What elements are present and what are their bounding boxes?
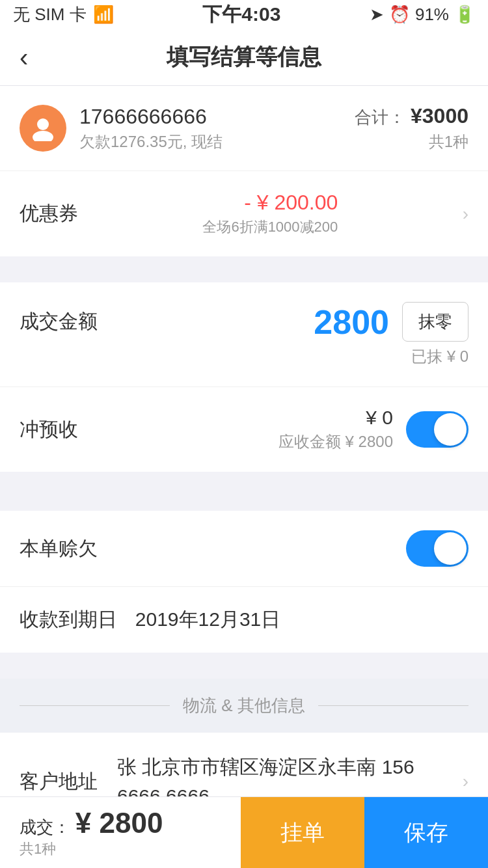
section-divider-1 (0, 269, 488, 282)
bad-debt-toggle[interactable] (406, 530, 468, 567)
coupon-chevron-icon: › (463, 204, 468, 224)
bad-debt-toggle-knob (434, 532, 467, 565)
amount-value: 2800 (314, 303, 389, 342)
amount-section: 成交金额 2800 抹零 已抹 ¥ 0 (0, 282, 488, 387)
battery-icon: 🔋 (454, 5, 475, 25)
due-date-value: 2019年12月31日 (135, 608, 280, 630)
avatar (20, 105, 66, 152)
customer-info-row: 17666666666 欠款1276.35元, 现结 合计： ¥3000 共1种 (0, 86, 488, 170)
status-time: 下午4:03 (202, 1, 280, 28)
coupon-right: - ¥ 200.00 全场6折满1000减200 (202, 191, 338, 237)
customer-right: 合计： ¥3000 共1种 (355, 104, 468, 152)
logistics-line-right (318, 705, 468, 706)
address-label: 客户地址 (20, 768, 98, 795)
battery-text: 91% (415, 5, 449, 25)
precharge-label: 冲预收 (20, 416, 78, 443)
back-button[interactable]: ‹ (20, 44, 28, 70)
sim-status: 无 SIM 卡 (13, 3, 87, 26)
bottom-summary-amount: ¥ 2800 (75, 807, 163, 839)
hold-button[interactable]: 挂单 (241, 797, 364, 869)
customer-left: 17666666666 欠款1276.35元, 现结 (20, 105, 223, 152)
coupon-discount: - ¥ 200.00 (202, 191, 338, 215)
page-title: 填写结算等信息 (167, 42, 321, 72)
round-button[interactable]: 抹零 (402, 302, 468, 342)
total-amount: ¥3000 (411, 104, 468, 128)
customer-phone: 17666666666 (79, 105, 223, 129)
nav-bar: ‹ 填写结算等信息 (0, 29, 488, 86)
address-chevron-icon: › (463, 771, 468, 792)
precharge-section: 冲预收 ¥ 0 应收金额 ¥ 2800 (0, 387, 488, 472)
precharge-row: 冲预收 ¥ 0 应收金额 ¥ 2800 (20, 407, 468, 452)
amount-right: 2800 抹零 (314, 302, 468, 342)
bad-debt-label: 本单赊欠 (20, 536, 98, 562)
coupon-label: 优惠券 (20, 200, 78, 227)
precharge-subtext: 应收金额 ¥ 2800 (278, 431, 393, 452)
bottom-summary: 成交： ¥ 2800 共1种 (0, 807, 241, 859)
status-right: ➤ ⏰ 91% 🔋 (370, 5, 475, 25)
bottom-bar: 成交： ¥ 2800 共1种 挂单 保存 (0, 796, 488, 868)
alarm-icon: ⏰ (389, 5, 410, 25)
logistics-header: 物流 & 其他信息 (0, 679, 488, 733)
customer-details: 17666666666 欠款1276.35元, 现结 (79, 105, 223, 152)
svg-point-1 (33, 131, 53, 141)
logistics-title: 物流 & 其他信息 (183, 694, 305, 717)
precharge-amount: ¥ 0 (278, 407, 393, 429)
section-divider-3 (0, 666, 488, 679)
svg-point-0 (37, 118, 49, 130)
toggle-knob (434, 413, 467, 446)
bottom-summary-line: 成交： ¥ 2800 (20, 807, 221, 839)
coupon-subtext: 全场6折满1000减200 (202, 217, 338, 237)
coupon-row[interactable]: 优惠券 - ¥ 200.00 全场6折满1000减200 › (0, 170, 488, 256)
section-divider-2 (0, 485, 488, 498)
location-icon: ➤ (370, 5, 384, 25)
save-button[interactable]: 保存 (364, 797, 488, 869)
amount-row: 成交金额 2800 抹零 (20, 302, 468, 342)
due-date-label: 收款到期日 (20, 608, 117, 630)
bad-debt-section: 本单赊欠 (0, 511, 488, 586)
status-left: 无 SIM 卡 📶 (13, 3, 114, 26)
total-label-line: 合计： ¥3000 (355, 104, 468, 129)
logistics-line-left (20, 705, 170, 706)
customer-subtext: 欠款1276.35元, 现结 (79, 131, 223, 152)
bottom-summary-count: 共1种 (20, 839, 221, 859)
total-count: 共1种 (355, 131, 468, 152)
precharge-right: ¥ 0 应收金额 ¥ 2800 (278, 407, 393, 452)
due-date-section: 收款到期日 2019年12月31日 (0, 586, 488, 653)
status-bar: 无 SIM 卡 📶 下午4:03 ➤ ⏰ 91% 🔋 (0, 0, 488, 29)
bottom-summary-label: 成交： (20, 817, 70, 837)
wifi-icon: 📶 (93, 5, 114, 25)
total-label: 合计： (355, 107, 405, 127)
amount-subtext: 已抹 ¥ 0 (411, 347, 468, 365)
amount-label: 成交金额 (20, 308, 98, 335)
precharge-toggle[interactable] (406, 411, 468, 448)
